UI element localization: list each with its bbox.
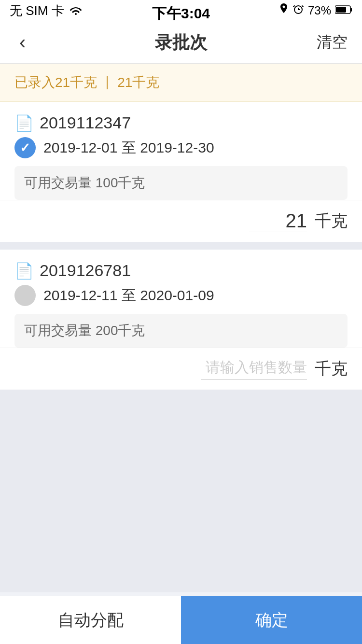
batch-date-row-1: ✓ 2019-12-01 至 2019-12-30 <box>14 137 348 158</box>
input-placeholder-2: 请输入销售数量 <box>206 358 307 378</box>
input-unit-2: 千克 <box>315 358 348 380</box>
nav-bar: ‹ 录批次 清空 <box>0 21 362 64</box>
clear-button[interactable]: 清空 <box>317 32 348 53</box>
svg-rect-5 <box>336 7 346 13</box>
batch-header-2: 📄 2019126781 <box>14 261 348 280</box>
radio-checked-1[interactable]: ✓ <box>14 137 36 158</box>
batch-date-1: 2019-12-01 至 2019-12-30 <box>43 138 214 158</box>
batch-date-2: 2019-12-11 至 2020-01-09 <box>43 286 214 306</box>
batch-item-2: 📄 2019126781 2019-12-11 至 2020-01-09 可用交… <box>0 250 362 348</box>
amount-underline-1[interactable]: 21 <box>249 210 307 232</box>
gray-area <box>0 390 362 592</box>
batch-date-row-2: 2019-12-11 至 2020-01-09 <box>14 285 348 306</box>
battery-icon <box>335 4 352 17</box>
amount-value-1: 21 <box>286 210 307 231</box>
radio-unchecked-2[interactable] <box>14 285 36 306</box>
back-button[interactable]: ‹ <box>14 27 30 58</box>
amount-unit-1: 千克 <box>315 210 348 232</box>
batch-id-1: 2019112347 <box>40 113 131 132</box>
batch-icon-1: 📄 <box>14 114 34 132</box>
auto-distribute-button[interactable]: 自动分配 <box>0 596 181 644</box>
location-icon <box>279 3 289 18</box>
bottom-bar: 自动分配 确定 <box>0 596 362 644</box>
recorded-label: 已录入21千克 <box>14 73 97 92</box>
available-text-2: 可用交易量 200千克 <box>24 323 145 338</box>
info-amount: 21千克 <box>117 73 159 92</box>
status-left: 无 SIM 卡 <box>10 2 83 19</box>
input-underline-2[interactable]: 请输入销售数量 <box>201 358 307 380</box>
batch-icon-2: 📄 <box>14 262 34 280</box>
info-banner: 已录入21千克 21千克 <box>0 64 362 102</box>
alarm-icon <box>292 3 304 18</box>
confirm-button[interactable]: 确定 <box>181 596 362 644</box>
batch-item-1: 📄 2019112347 ✓ 2019-12-01 至 2019-12-30 可… <box>0 102 362 200</box>
status-right: 73% <box>279 3 352 18</box>
batch-id-2: 2019126781 <box>40 261 131 280</box>
available-box-1: 可用交易量 100千克 <box>14 166 348 200</box>
checkmark-1: ✓ <box>20 140 30 155</box>
available-text-1: 可用交易量 100千克 <box>24 175 145 190</box>
info-divider <box>107 76 108 89</box>
available-box-2: 可用交易量 200千克 <box>14 314 348 348</box>
battery-text: 73% <box>308 4 331 17</box>
status-time: 下午3:04 <box>152 4 210 24</box>
carrier-text: 无 SIM 卡 <box>10 2 64 19</box>
wifi-icon <box>69 3 83 18</box>
svg-rect-4 <box>350 8 352 12</box>
input-row-2: 请输入销售数量 千克 <box>0 348 362 390</box>
page-title: 录批次 <box>155 21 207 64</box>
status-bar: 无 SIM 卡 下午3:04 73% <box>0 0 362 21</box>
section-divider <box>0 242 362 250</box>
batch-header-1: 📄 2019112347 <box>14 113 348 132</box>
amount-row-1: 21 千克 <box>0 200 362 242</box>
